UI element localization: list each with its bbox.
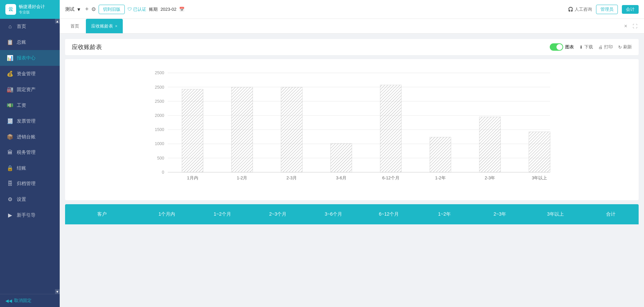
logo-text-wrap: 畅捷通好会计 专业版 [19,4,45,15]
svg-text:2500: 2500 [155,99,164,104]
table-header-col-0: 客户 [65,204,139,224]
sidebar-item-invoice[interactable]: 🧾发票管理 [0,113,60,129]
ledger-icon: 📋 [7,39,13,45]
svg-text:1500: 1500 [155,127,164,132]
inventory-icon: 📦 [7,134,13,140]
sidebar-item-archive[interactable]: 🗄归档管理 [0,176,60,191]
unpin-sidebar-button[interactable]: ◀◀ 取消固定 [0,294,60,307]
period-value: 2023-02 [160,7,176,12]
archive-icon: 🗄 [7,181,13,187]
svg-text:6-12个月: 6-12个月 [382,176,399,180]
download-button[interactable]: ⬇ 下载 [579,44,593,50]
consult-button[interactable]: 🎧 人工咨询 [568,6,592,12]
sidebar-item-closing[interactable]: 🔒结账 [0,160,60,176]
sidebar-logo: 云 畅捷通好会计 专业版 [0,0,60,19]
accounting-period: 账期 2023-02 📅 [149,6,184,12]
payroll-icon: 💵 [7,102,13,108]
main-area: 测试 ▼ + ⚙ 切到旧版 🛡 已认证 账期 2023-02 📅 🎧 人工咨询 … [60,0,644,307]
bar-chart: 2500 2500 2500 2000 1500 1000 500 0 [72,66,632,193]
tab-receivable-aging[interactable]: 应收账龄表 × [86,19,123,33]
add-button[interactable]: + [85,6,89,13]
svg-rect-22 [281,87,302,172]
verified-label: 已认证 [133,6,146,12]
print-button[interactable]: 🖨 打印 [598,44,613,50]
svg-text:2000: 2000 [155,113,164,118]
page-title: 应收账龄表 [72,43,102,51]
svg-rect-30 [479,117,500,172]
manager-button[interactable]: 管理员 [596,5,618,14]
sidebar-item-label: 归档管理 [17,181,36,187]
download-icon: ⬇ [579,45,583,50]
svg-text:2-3年: 2-3年 [485,176,495,180]
svg-rect-20 [231,87,253,172]
project-name: 测试 [65,6,74,12]
table-header-col-6: 1~2年 [417,204,472,224]
sidebar-item-funds[interactable]: 💰资金管理 [0,66,60,82]
sidebar-item-ledger[interactable]: 📋总账 [0,34,60,50]
sidebar-item-label: 工资 [17,102,26,108]
chart-area: 2500 2500 2500 2000 1500 1000 500 0 [65,59,639,200]
sidebar-item-assets[interactable]: 🏭固定资产 [0,82,60,97]
reports-icon: 📊 [7,55,13,61]
tab-home-label: 首页 [70,23,79,29]
table-header: 客户1个月内1~2个月2~3个月3~6个月6~12个月1~2年2~3年3年以上合… [65,204,639,224]
scroll-down-arrow[interactable]: ▼ [55,289,60,294]
sidebar-item-reports[interactable]: 📊报表中心 [0,50,60,66]
sidebar-item-label: 新手引导 [17,212,36,218]
table-header-col-3: 2~3个月 [250,204,306,224]
sidebar-item-label: 发票管理 [17,118,36,124]
calendar-icon[interactable]: 📅 [179,7,184,12]
sidebar-item-label: 固定资产 [17,87,36,93]
scroll-up-arrow[interactable]: ▲ [55,19,60,24]
sidebar-item-label: 进销台账 [17,134,36,140]
sidebar-item-payroll[interactable]: 💵工资 [0,97,60,113]
sidebar-item-label: 税务管理 [17,149,36,156]
page-actions: 图表 ⬇ 下载 🖨 打印 ↻ 刷新 [550,43,632,51]
svg-text:0: 0 [162,170,164,175]
print-label: 打印 [604,44,613,50]
table-header-col-5: 6~12个月 [361,204,417,224]
svg-text:2500: 2500 [155,85,164,90]
sidebar-item-guide[interactable]: ▶新手引导 [0,207,60,223]
sidebar-item-tax[interactable]: 🏛税务管理 [0,145,60,160]
svg-text:1-2年: 1-2年 [435,176,445,180]
svg-rect-32 [529,132,550,172]
table-header-col-4: 3~6个月 [306,204,361,224]
svg-text:500: 500 [157,156,164,161]
chart-toggle-label: 图表 [565,44,574,50]
verified-badge: 🛡 已认证 [127,6,146,12]
print-icon: 🖨 [598,45,603,50]
refresh-button[interactable]: ↻ 刷新 [618,44,632,50]
sidebar-item-inventory[interactable]: 📦进销台账 [0,129,60,145]
tab-close-icon[interactable]: × [115,24,117,29]
invoice-icon: 🧾 [7,118,13,124]
refresh-icon: ↻ [618,45,622,50]
sidebar-item-label: 首页 [17,24,26,30]
consult-label: 人工咨询 [575,6,592,12]
switch-old-version-button[interactable]: 切到旧版 [99,5,125,14]
logo-icon: 云 [5,4,16,15]
sidebar-item-settings[interactable]: ⚙设置 [0,191,60,207]
sidebar-item-label: 设置 [17,196,26,203]
sidebar-item-label: 报表中心 [17,55,36,61]
sidebar-item-home[interactable]: ⌂首页 [0,19,60,34]
svg-text:1000: 1000 [155,141,164,146]
sidebar-item-label: 总账 [17,39,26,45]
expand-window-icon[interactable]: ⛶ [631,22,639,30]
close-window-icon[interactable]: × [623,22,629,31]
page-header: 应收账龄表 图表 ⬇ 下载 🖨 打印 ↻ 刷新 [65,39,639,55]
refresh-label: 刷新 [623,44,632,50]
headset-icon: 🎧 [568,7,573,12]
tab-active-label: 应收账龄表 [91,23,113,29]
chart-toggle[interactable] [550,43,563,51]
project-selector[interactable]: 测试 ▼ [65,6,81,12]
unpin-label: 取消固定 [14,298,32,304]
header-actions: + ⚙ 切到旧版 🛡 已认证 账期 2023-02 📅 [85,5,184,14]
sidebar-item-label: 结账 [17,165,26,171]
accountant-button[interactable]: 会计 [622,5,639,14]
guide-icon: ▶ [7,212,13,218]
tab-home[interactable]: 首页 [65,19,85,33]
settings-icon[interactable]: ⚙ [91,6,96,12]
app-name: 畅捷通好会计 [19,4,45,10]
closing-icon: 🔒 [7,165,13,171]
